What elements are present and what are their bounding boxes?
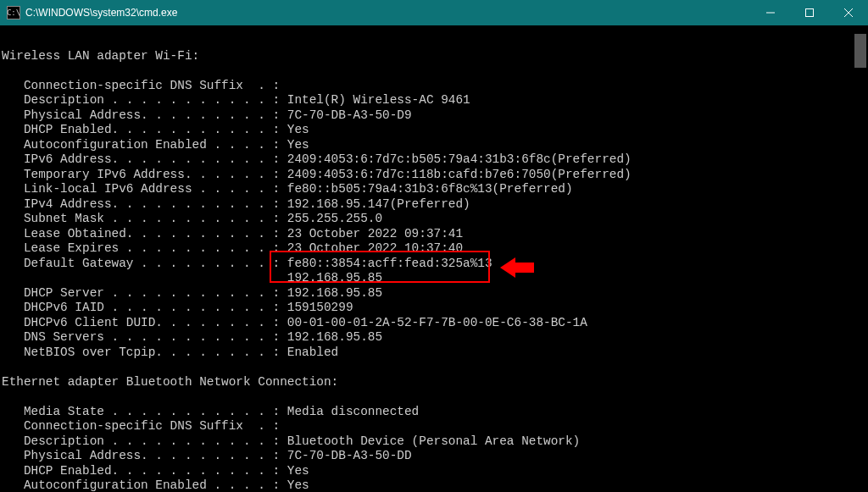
maximize-button[interactable]	[790, 0, 829, 25]
scrollbar-thumb[interactable]	[854, 34, 866, 68]
terminal-output[interactable]: Wireless LAN adapter Wi-Fi: Connection-s…	[0, 25, 868, 492]
default-gateway-line2: 192.168.95.85	[2, 271, 382, 285]
cmd-icon: C:\	[7, 6, 20, 19]
media-state-line: Media State . . . . . . . . . . . : Medi…	[2, 405, 419, 418]
dhcpv6-iaid-line: DHCPv6 IAID . . . . . . . . . . . : 1591…	[2, 301, 353, 314]
dhcp-enabled-line: DHCP Enabled. . . . . . . . . . . : Yes	[2, 123, 309, 136]
autoconfig-line: Autoconfiguration Enabled . . . . : Yes	[2, 138, 309, 152]
temp-ipv6-line: Temporary IPv6 Address. . . . . . : 2409…	[2, 168, 632, 181]
phys-addr-line: Physical Address. . . . . . . . . : 7C-7…	[2, 108, 412, 122]
close-button[interactable]	[829, 0, 868, 25]
subnet-line: Subnet Mask . . . . . . . . . . . : 255.…	[2, 212, 382, 225]
dhcp-server-line: DHCP Server . . . . . . . . . . . : 192.…	[2, 286, 382, 300]
conn-suffix2-line: Connection-specific DNS Suffix . :	[2, 419, 280, 433]
dns-servers-line: DNS Servers . . . . . . . . . . . : 192.…	[2, 330, 382, 344]
window-title: C:\WINDOWS\system32\cmd.exe	[25, 7, 751, 19]
ipv6-addr-line: IPv6 Address. . . . . . . . . . . : 2409…	[2, 152, 632, 166]
description2-line: Description . . . . . . . . . . . : Blue…	[2, 434, 580, 448]
link-local-line: Link-local IPv6 Address . . . . . : fe80…	[2, 182, 573, 196]
default-gateway-line: Default Gateway . . . . . . . . . : fe80…	[2, 257, 492, 270]
titlebar: C:\ C:\WINDOWS\system32\cmd.exe	[0, 0, 868, 25]
ipv4-addr-line: IPv4 Address. . . . . . . . . . . : 192.…	[2, 197, 470, 211]
arrow-body-icon	[515, 263, 534, 273]
netbios-line: NetBIOS over Tcpip. . . . . . . . : Enab…	[2, 346, 338, 359]
arrow-annotation	[500, 257, 534, 278]
dhcpv6-duid-line: DHCPv6 Client DUID. . . . . . . . : 00-0…	[2, 316, 587, 329]
lease-expires-line: Lease Expires . . . . . . . . . . : 23 O…	[2, 241, 463, 255]
window-controls	[751, 0, 868, 25]
lease-obtained-line: Lease Obtained. . . . . . . . . . : 23 O…	[2, 227, 463, 240]
phys-addr2-line: Physical Address. . . . . . . . . : 7C-7…	[2, 449, 412, 462]
description-line: Description . . . . . . . . . . . : Inte…	[2, 93, 470, 107]
arrow-head-icon	[500, 257, 515, 278]
autoconfig2-line: Autoconfiguration Enabled . . . . : Yes	[2, 478, 309, 492]
dhcp-enabled2-line: DHCP Enabled. . . . . . . . . . . : Yes	[2, 464, 309, 478]
adapter-header-2: Ethernet adapter Bluetooth Network Conne…	[2, 375, 338, 389]
minimize-button[interactable]	[751, 0, 790, 25]
adapter-header: Wireless LAN adapter Wi-Fi:	[2, 49, 199, 63]
conn-suffix-line: Connection-specific DNS Suffix . :	[2, 79, 280, 92]
svg-rect-1	[806, 9, 814, 17]
